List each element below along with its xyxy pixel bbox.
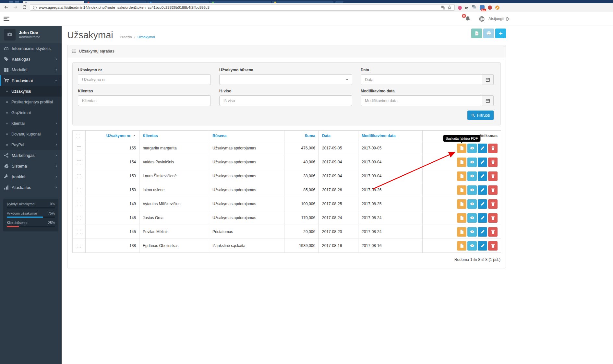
print-invoice-button[interactable]	[471, 29, 482, 38]
browser-tab[interactable]	[147, 1, 209, 3]
extension-icon-new[interactable]: New	[480, 5, 485, 10]
menu-toggle-button[interactable]	[3, 16, 10, 23]
delete-button[interactable]	[488, 227, 498, 237]
sidebar-item[interactable]: Marketingas	[0, 150, 62, 161]
sidebar-item[interactable]: Moduliai	[0, 65, 62, 75]
sidebar-item[interactable]: Sistema	[0, 161, 62, 171]
view-button[interactable]	[467, 144, 477, 153]
view-button[interactable]	[467, 241, 477, 251]
filter-modified-input[interactable]	[361, 95, 482, 106]
sidebar-item[interactable]: Informacinis skydelis	[0, 43, 62, 54]
select-all-checkbox[interactable]	[76, 134, 80, 138]
view-button[interactable]	[467, 171, 477, 181]
row-checkbox[interactable]	[77, 244, 81, 248]
translate-icon[interactable]	[441, 6, 445, 10]
edit-button[interactable]	[478, 227, 487, 237]
browser-tab[interactable]	[272, 1, 333, 3]
logout-button[interactable]: Atsijungti	[488, 17, 510, 21]
browser-tab[interactable]	[85, 1, 147, 3]
sidebar-subitem[interactable]: Pasikartojantys profiliai	[0, 97, 62, 107]
edit-button[interactable]	[478, 213, 487, 223]
extension-icon-red[interactable]	[488, 6, 492, 10]
sidebar-subitem[interactable]: PayPal	[0, 139, 62, 150]
gear-icon	[4, 164, 9, 169]
sidebar-item[interactable]: Katalogas	[0, 54, 62, 65]
invoice-pdf-button[interactable]	[457, 158, 466, 167]
sidebar-item[interactable]: Ataskaitos	[0, 182, 62, 193]
row-checkbox[interactable]	[77, 160, 81, 164]
sort-status[interactable]: Būsena	[212, 134, 226, 138]
reload-button[interactable]	[22, 5, 28, 10]
sort-modified[interactable]: Modifikavimo data	[362, 134, 396, 138]
extension-icon-pin[interactable]	[457, 5, 463, 10]
address-bar[interactable]	[30, 4, 455, 11]
edit-button[interactable]	[478, 199, 487, 209]
sort-date[interactable]: Data	[322, 134, 331, 138]
invoice-pdf-button[interactable]	[457, 241, 466, 251]
delete-button[interactable]	[488, 185, 498, 195]
view-button[interactable]	[467, 158, 477, 167]
edit-button[interactable]	[478, 171, 487, 181]
row-checkbox[interactable]	[77, 230, 81, 234]
invoice-pdf-button[interactable]	[457, 185, 466, 195]
invoice-pdf-button[interactable]	[457, 213, 466, 223]
sort-customer[interactable]: Klientas	[143, 134, 158, 138]
star-icon[interactable]	[447, 5, 452, 10]
filter-customer-input[interactable]	[78, 95, 211, 106]
invoice-pdf-button[interactable]: Sąskaita faktūra PDF	[457, 144, 466, 153]
modified-calendar-button[interactable]	[482, 95, 494, 106]
extension-icon-ip[interactable]: IP,	[465, 6, 468, 9]
filter-status-select[interactable]	[219, 74, 352, 85]
invoice-pdf-button[interactable]	[457, 171, 466, 181]
sidebar-subitem[interactable]: Užsakymai	[0, 86, 62, 97]
edit-button[interactable]	[478, 185, 487, 195]
row-checkbox[interactable]	[77, 188, 81, 192]
row-checkbox[interactable]	[77, 202, 81, 206]
sort-order-nr[interactable]: Užsakymo nr.	[106, 134, 136, 138]
stores-button[interactable]	[479, 16, 485, 23]
delete-button[interactable]	[488, 241, 498, 251]
url-input[interactable]	[39, 5, 439, 10]
row-checkbox[interactable]	[77, 146, 81, 150]
row-checkbox[interactable]	[77, 216, 81, 220]
sidebar-subitem[interactable]: Dovanų kuponai	[0, 129, 62, 139]
edit-button[interactable]	[478, 144, 487, 153]
add-order-button[interactable]	[495, 29, 506, 38]
back-button[interactable]	[4, 5, 9, 10]
filter-button[interactable]: Filtruoti	[467, 111, 494, 120]
delete-button[interactable]	[488, 144, 498, 153]
sidebar-item[interactable]: Pardavimai	[0, 75, 62, 86]
sidebar-item[interactable]: Įrankiai	[0, 171, 62, 182]
invoice-pdf-button[interactable]	[457, 199, 466, 209]
delete-button[interactable]	[488, 171, 498, 181]
filter-date-input[interactable]	[361, 74, 482, 85]
extension-icon-orange[interactable]	[495, 6, 499, 10]
browser-tab[interactable]	[210, 1, 271, 3]
view-button[interactable]	[467, 213, 477, 223]
sort-total[interactable]: Suma	[305, 134, 315, 138]
delete-button[interactable]	[488, 199, 498, 209]
extension-icon-screens[interactable]	[472, 5, 476, 11]
breadcrumb-current[interactable]: Užsakymai	[138, 35, 155, 39]
filter-order-nr-input[interactable]	[78, 74, 211, 85]
filter-total-input[interactable]	[219, 95, 352, 106]
forward-button[interactable]	[13, 5, 18, 10]
breadcrumb-home[interactable]: Pradžia	[120, 35, 132, 39]
delete-button[interactable]	[488, 158, 498, 167]
info-icon[interactable]	[33, 6, 37, 10]
sidebar-subitem[interactable]: Grąžinimai	[0, 107, 62, 118]
print-shipping-button[interactable]	[483, 29, 494, 38]
browser-tab[interactable]	[23, 1, 84, 3]
view-button[interactable]	[467, 227, 477, 237]
row-checkbox[interactable]	[77, 174, 81, 178]
edit-button[interactable]	[478, 241, 487, 251]
delete-button[interactable]	[488, 213, 498, 223]
edit-button[interactable]	[478, 158, 487, 167]
new-tab-button[interactable]	[335, 1, 343, 3]
notifications-button[interactable]: 0	[465, 16, 471, 23]
invoice-pdf-button[interactable]	[457, 227, 466, 237]
view-button[interactable]	[467, 185, 477, 195]
sidebar-subitem[interactable]: Klientai	[0, 118, 62, 129]
date-calendar-button[interactable]	[482, 74, 494, 85]
view-button[interactable]	[467, 199, 477, 209]
